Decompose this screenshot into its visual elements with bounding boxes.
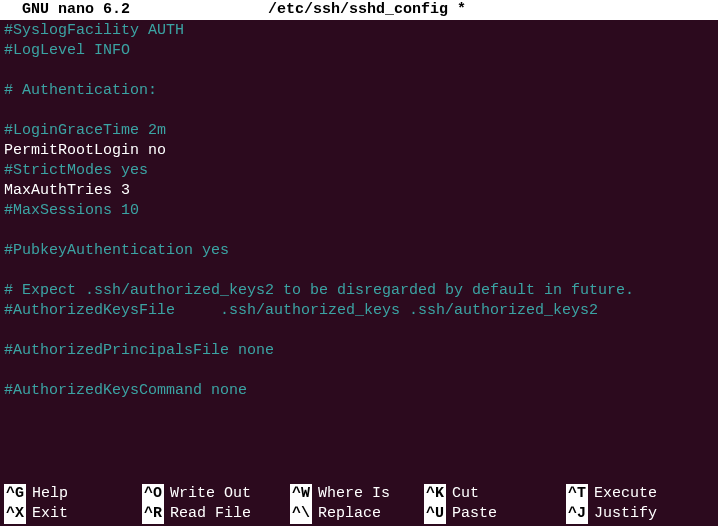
editor-line[interactable] bbox=[4, 221, 718, 241]
editor-line[interactable]: #AuthorizedPrincipalsFile none bbox=[4, 341, 718, 361]
shortcut-key: ^W bbox=[290, 484, 312, 504]
shortcut-label: Help bbox=[32, 484, 68, 504]
editor-line[interactable]: # Expect .ssh/authorized_keys2 to be dis… bbox=[4, 281, 718, 301]
shortcut-key: ^O bbox=[142, 484, 164, 504]
shortcut-key: ^X bbox=[4, 504, 26, 524]
shortcut-key: ^K bbox=[424, 484, 446, 504]
shortcut-key: ^R bbox=[142, 504, 164, 524]
shortcut-label: Cut bbox=[452, 484, 479, 504]
editor-line[interactable]: #MaxSessions 10 bbox=[4, 201, 718, 221]
shortcut-cut[interactable]: ^KCut bbox=[424, 484, 566, 504]
editor-content[interactable]: #SyslogFacility AUTH#LogLevel INFO # Aut… bbox=[0, 20, 718, 401]
shortcut-key: ^J bbox=[566, 504, 588, 524]
shortcut-label: Justify bbox=[594, 504, 657, 524]
shortcuts-row-1: ^GHelp^OWrite Out^WWhere Is^KCut^TExecut… bbox=[4, 484, 714, 504]
shortcut-where-is[interactable]: ^WWhere Is bbox=[290, 484, 424, 504]
shortcut-key: ^U bbox=[424, 504, 446, 524]
editor-line[interactable] bbox=[4, 61, 718, 81]
shortcut-label: Read File bbox=[170, 504, 251, 524]
editor-line[interactable]: #AuthorizedKeysFile .ssh/authorized_keys… bbox=[4, 301, 718, 321]
editor-line[interactable] bbox=[4, 261, 718, 281]
app-name: GNU nano 6.2 bbox=[22, 0, 130, 20]
shortcut-label: Write Out bbox=[170, 484, 251, 504]
editor-line[interactable] bbox=[4, 361, 718, 381]
editor-line[interactable]: #SyslogFacility AUTH bbox=[4, 21, 718, 41]
editor-line[interactable]: # Authentication: bbox=[4, 81, 718, 101]
shortcut-help[interactable]: ^GHelp bbox=[4, 484, 142, 504]
file-path: /etc/ssh/sshd_config * bbox=[268, 0, 466, 20]
shortcut-key: ^T bbox=[566, 484, 588, 504]
editor-line[interactable] bbox=[4, 321, 718, 341]
shortcut-justify[interactable]: ^JJustify bbox=[566, 504, 686, 524]
shortcut-key: ^G bbox=[4, 484, 26, 504]
shortcut-exit[interactable]: ^XExit bbox=[4, 504, 142, 524]
editor-line[interactable]: #LoginGraceTime 2m bbox=[4, 121, 718, 141]
shortcut-key: ^\ bbox=[290, 504, 312, 524]
shortcut-execute[interactable]: ^TExecute bbox=[566, 484, 686, 504]
shortcut-label: Execute bbox=[594, 484, 657, 504]
title-bar: GNU nano 6.2 /etc/ssh/sshd_config * bbox=[0, 0, 718, 20]
shortcut-read-file[interactable]: ^RRead File bbox=[142, 504, 290, 524]
editor-line[interactable]: #AuthorizedKeysCommand none bbox=[4, 381, 718, 401]
shortcut-replace[interactable]: ^\Replace bbox=[290, 504, 424, 524]
shortcut-paste[interactable]: ^UPaste bbox=[424, 504, 566, 524]
shortcut-label: Where Is bbox=[318, 484, 390, 504]
shortcut-write-out[interactable]: ^OWrite Out bbox=[142, 484, 290, 504]
shortcuts-footer: ^GHelp^OWrite Out^WWhere Is^KCut^TExecut… bbox=[0, 484, 718, 524]
shortcut-label: Exit bbox=[32, 504, 68, 524]
editor-line[interactable]: #LogLevel INFO bbox=[4, 41, 718, 61]
editor-line[interactable]: MaxAuthTries 3 bbox=[4, 181, 718, 201]
shortcut-label: Paste bbox=[452, 504, 497, 524]
editor-line[interactable] bbox=[4, 101, 718, 121]
editor-line[interactable]: #StrictModes yes bbox=[4, 161, 718, 181]
shortcuts-row-2: ^XExit^RRead File^\Replace^UPaste^JJusti… bbox=[4, 504, 714, 524]
editor-line[interactable]: #PubkeyAuthentication yes bbox=[4, 241, 718, 261]
editor-line[interactable]: PermitRootLogin no bbox=[4, 141, 718, 161]
shortcut-label: Replace bbox=[318, 504, 381, 524]
